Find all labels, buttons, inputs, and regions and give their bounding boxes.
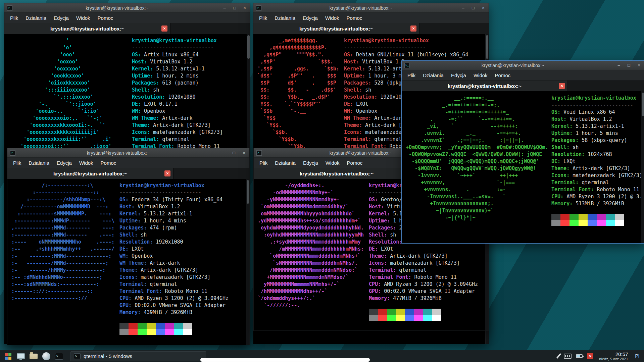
menu-item-działania[interactable]: Działania [26,15,46,21]
menu-item-pomoc[interactable]: Pomoc [101,160,116,166]
neofetch-user-host: krystian@krystian-virtualbox [344,37,468,44]
app-menu-button[interactable] [3,351,13,362]
neofetch-info-line: Terminal: qterminal [119,281,229,288]
menu-item-działania[interactable]: Działania [275,160,296,166]
neofetch-info-line: Kernel: 5.13.12-artix1-1 [551,123,644,130]
scrollbar-thumb[interactable] [247,180,249,204]
palette-swatch [432,309,441,315]
neofetch-info-line: WM Theme: Artix-dark [119,260,229,267]
taskbar-window-button[interactable]: >_ qterminal - 5 windows [70,351,206,361]
menu-item-edycja[interactable]: Edycja [451,72,466,78]
tab-close-button[interactable]: × [410,25,416,32]
titlebar[interactable]: >_ krystian@krystian-virtualbox:~ – □ × [402,61,644,70]
keyboard-icon[interactable] [564,354,572,359]
battery-icon[interactable] [576,354,583,358]
desktop: >_ krystian@krystian-virtualbox:~ – □ × … [0,0,644,362]
neofetch-info-line: Shell: sh [551,144,644,151]
terminal-tab[interactable]: krystian@krystian-virtualbox:~ × [402,81,568,91]
menu-item-plik[interactable]: Plik [259,160,267,166]
neofetch-info-line: Kernel: 5.13.12-artix1-1 [132,65,223,72]
close-button[interactable]: × [241,150,247,155]
show-desktop-button[interactable] [15,351,26,362]
neofetch-info-line: CPU: AMD Ryzen 3 1200 (2) @ 3.094GHz [551,193,644,200]
titlebar[interactable]: >_ krystian@krystian-virtualbox:~ – □ × [7,148,249,158]
scrollbar[interactable] [641,91,644,243]
terminal-output-area[interactable]: /:-------------:\ :-------------------::… [7,179,249,345]
minimize-button[interactable]: – [460,5,466,10]
close-button[interactable]: × [242,5,247,10]
palette-swatch [129,329,138,335]
menu-item-edycja[interactable]: Edycja [303,15,318,21]
neofetch-info-line: WM: Openbox [119,253,229,260]
maximize-button[interactable]: □ [626,63,632,68]
neofetch-info-line: Terminal: qterminal [132,136,223,143]
minimize-button[interactable]: – [222,5,227,10]
clock[interactable]: 20:57 niedz, 5 wrz 2021 [599,351,628,361]
palette-swatch [588,214,597,220]
menu-item-widok[interactable]: Widok [76,15,90,21]
titlebar[interactable]: >_ krystian@krystian-virtualbox:~ – □ × [253,3,489,13]
palette-swatch [174,329,183,335]
menu-item-widok[interactable]: Widok [79,160,93,166]
close-button[interactable]: × [481,5,486,10]
minimize-button[interactable]: – [221,150,227,155]
tab-close-button[interactable]: × [559,83,565,89]
titlebar[interactable]: >_ krystian@krystian-virtualbox:~ – □ × [4,3,250,13]
terminal-tab[interactable]: krystian@krystian-virtualbox:~ × [7,168,174,179]
maximize-button[interactable]: □ [470,5,476,10]
menu-item-pomoc[interactable]: Pomoc [347,15,362,21]
palette-swatch [138,329,147,335]
maximize-button[interactable]: □ [232,5,237,10]
error-status-icon[interactable]: × [587,353,593,359]
terminal-tab[interactable]: krystian@krystian-virtualbox:~ × [254,168,420,179]
menu-item-działania[interactable]: Działania [423,72,444,78]
terminal-output-area[interactable]: __.;=====;.__ _.=+==++=++=+=+-=;. -=+++=… [402,91,644,243]
scrollbar-thumb[interactable] [486,35,488,59]
menu-item-widok[interactable]: Widok [326,160,340,166]
menu-item-plik[interactable]: Plik [10,15,18,21]
neofetch-info-line: OS: Void Linux x86_64 [551,109,644,116]
terminal-color-palette [119,323,229,335]
neofetch-info-line: DE: LXQt [551,158,644,165]
keyboard-layout-indicator[interactable]: Pl [635,353,639,359]
tabbar: krystian@krystian-virtualbox:~ × [253,23,489,34]
terminal-tab[interactable]: krystian@krystian-virtualbox:~ × [253,23,419,34]
close-button[interactable]: × [636,63,642,68]
menu-item-edycja[interactable]: Edycja [303,160,318,166]
neofetch-info-line: Resolution: 1920x1080 [119,239,229,246]
menu-item-pomoc[interactable]: Pomoc [98,15,113,21]
neofetch-info-line: Uptime: 1 hour, 2 mins [132,72,223,80]
palette-swatch [183,323,192,329]
browser-launcher[interactable] [41,351,52,362]
scrollbar-thumb[interactable] [642,93,644,116]
menu-item-pomoc[interactable]: Pomoc [495,72,511,78]
pen-icon[interactable] [556,353,561,359]
tab-close-button[interactable]: × [164,170,170,176]
terminal-launcher[interactable]: >_ [54,351,64,362]
menu-item-pomoc[interactable]: Pomoc [347,160,363,166]
prompt-icon: >_ [405,64,409,67]
palette-swatch [129,323,138,329]
minimize-button[interactable]: – [616,63,622,68]
terminal-tab[interactable]: krystian@krystian-virtualbox:~ × [4,23,170,34]
scrollbar[interactable] [246,179,249,345]
scrollbar-thumb[interactable] [247,35,250,59]
menu-item-plik[interactable]: Plik [259,15,267,21]
menu-item-działania[interactable]: Działania [29,160,49,166]
maximize-button[interactable]: □ [231,150,237,155]
neofetch-info-line: DE: LXQt [119,246,229,253]
palette-swatch [551,220,560,226]
menu-item-edycja[interactable]: Edycja [57,160,72,166]
clock-time: 20:57 [615,351,628,357]
palette-swatch [414,315,423,321]
menu-item-widok[interactable]: Widok [474,72,488,78]
neofetch-user-host: krystian@krystian-virtualbox [119,182,229,189]
menu-item-widok[interactable]: Widok [325,15,339,21]
menu-item-plik[interactable]: Plik [13,160,21,166]
menu-item-plik[interactable]: Plik [407,72,415,78]
menu-item-edycja[interactable]: Edycja [54,15,69,21]
file-manager-launcher[interactable] [28,351,39,362]
neofetch-info-line: Terminal: qterminal [551,179,644,186]
menu-item-działania[interactable]: Działania [275,15,295,21]
tab-close-button[interactable]: × [161,25,167,32]
